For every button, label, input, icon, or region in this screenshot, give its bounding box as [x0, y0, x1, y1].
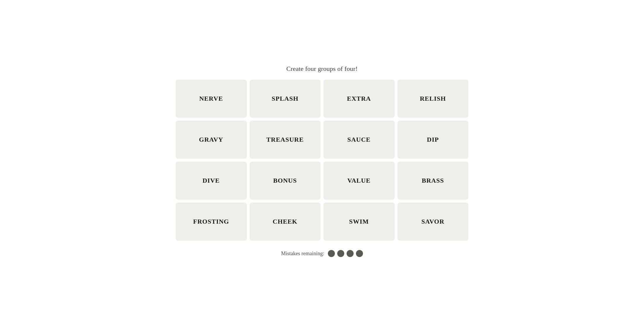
tile-label-9: BONUS [273, 177, 297, 184]
tile-label-12: FROSTING [193, 218, 229, 225]
tile-label-10: VALUE [347, 177, 371, 184]
tile-label-14: SWIM [349, 218, 369, 225]
mistake-dot-3 [356, 250, 363, 257]
tile-label-6: SAUCE [347, 136, 371, 143]
tile-1[interactable]: SPLASH [250, 80, 321, 118]
tile-label-3: RELISH [420, 95, 446, 102]
tile-label-7: DIP [427, 136, 439, 143]
tile-label-0: NERVE [199, 95, 223, 102]
tile-2[interactable]: EXTRA [323, 80, 395, 118]
tile-5[interactable]: TREASURE [250, 121, 321, 159]
mistakes-label: Mistakes remaining: [281, 251, 324, 257]
tile-7[interactable]: DIP [398, 121, 469, 159]
tile-3[interactable]: RELISH [398, 80, 469, 118]
tile-13[interactable]: CHEEK [250, 203, 321, 241]
tile-0[interactable]: NERVE [176, 80, 247, 118]
tile-label-2: EXTRA [347, 95, 371, 102]
tile-label-8: DIVE [203, 177, 220, 184]
tile-10[interactable]: VALUE [323, 162, 395, 200]
tile-label-4: GRAVY [199, 136, 223, 143]
tile-4[interactable]: GRAVY [176, 121, 247, 159]
tile-label-11: BRASS [422, 177, 444, 184]
tile-label-13: CHEEK [273, 218, 297, 225]
tile-label-1: SPLASH [272, 95, 299, 102]
mistake-dot-1 [337, 250, 344, 257]
subtitle: Create four groups of four! [286, 65, 358, 73]
tile-15[interactable]: SAVOR [398, 203, 469, 241]
mistakes-dots [328, 250, 363, 257]
game-container: Create four groups of four! NERVESPLASHE… [176, 65, 468, 257]
mistakes-area: Mistakes remaining: [281, 250, 363, 257]
tile-label-5: TREASURE [266, 136, 304, 143]
tile-14[interactable]: SWIM [323, 203, 395, 241]
mistake-dot-0 [328, 250, 335, 257]
tile-grid: NERVESPLASHEXTRARELISHGRAVYTREASURESAUCE… [176, 80, 468, 241]
tile-6[interactable]: SAUCE [323, 121, 395, 159]
tile-9[interactable]: BONUS [250, 162, 321, 200]
tile-11[interactable]: BRASS [398, 162, 469, 200]
mistake-dot-2 [347, 250, 354, 257]
tile-label-15: SAVOR [421, 218, 444, 225]
tile-8[interactable]: DIVE [176, 162, 247, 200]
tile-12[interactable]: FROSTING [176, 203, 247, 241]
